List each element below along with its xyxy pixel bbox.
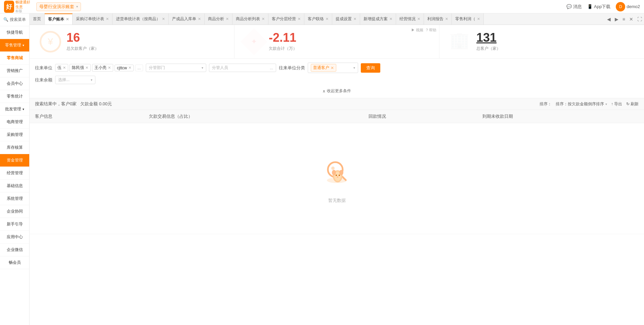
category-filter-select[interactable]: 普通客户 ✕ ▾ xyxy=(308,63,358,73)
sidebar: 🔍 搜索菜单 快捷导航 零售管理 ▾ 零售商城 营销推广 会员中心 零售统计 批… xyxy=(0,13,30,325)
chevron-down-icon: ▾ xyxy=(605,102,607,106)
close-icon[interactable]: ✕ xyxy=(326,17,329,21)
remove-tag-chen[interactable]: ✕ xyxy=(85,66,88,70)
app-download-button[interactable]: 📱 App下载 xyxy=(587,4,610,10)
overdue-customers-label: 总欠款客户（家） xyxy=(67,46,99,51)
tab-customer-contact[interactable]: 客户联络 ✕ xyxy=(304,13,332,25)
sidebar-item-vip[interactable]: 畅会员 xyxy=(0,256,29,269)
tab-commission-settings[interactable]: 提成设置 ✕ xyxy=(332,13,360,25)
remove-category-tag[interactable]: ✕ xyxy=(331,66,334,70)
logo-icon: 好 xyxy=(4,1,14,13)
col-overdue-info: 欠款交易信息（占比） xyxy=(143,110,363,123)
svg-point-10 xyxy=(337,177,338,177)
tab-profit-report[interactable]: 利润报告 ✕ xyxy=(424,13,452,25)
svg-point-7 xyxy=(339,170,343,175)
sidebar-item-quick-nav[interactable]: 快捷导航 xyxy=(0,26,29,39)
sidebar-item-inventory[interactable]: 库存核算 xyxy=(0,141,29,154)
filter-area: 往来单位 伍 ✕ 陈民强 ✕ 王小亮 ✕ xyxy=(30,59,644,98)
sidebar-item-newbie[interactable]: 新手引导 xyxy=(0,218,29,231)
person-filter-input[interactable]: 分管人员 ... xyxy=(209,64,276,72)
close-icon[interactable]: ✕ xyxy=(198,17,201,21)
tab-home[interactable]: 首页 xyxy=(30,13,45,25)
stat-block-overdue-amount: ✦ -2.11 欠款合计（万） ▶ 视频 ? 帮助 xyxy=(234,25,439,58)
sidebar-item-purchase[interactable]: 采购管理 xyxy=(0,129,29,141)
tab-goods-analysis[interactable]: 商品分析 ✕ xyxy=(205,13,232,25)
export-button[interactable]: ↑ 导出 xyxy=(611,101,622,107)
sidebar-item-system[interactable]: 系统管理 xyxy=(0,192,29,205)
close-icon[interactable]: ✕ xyxy=(445,17,448,21)
customer-tag: 普通客户 ✕ xyxy=(311,64,336,72)
total-customers-number: 131 xyxy=(476,32,501,44)
filter-tag-wang: 王小亮 ✕ xyxy=(92,64,113,72)
sidebar-item-app-center[interactable]: 应用中心 xyxy=(0,231,29,244)
tab-next-button[interactable]: ▶ xyxy=(613,13,620,25)
close-icon[interactable]: ✕ xyxy=(353,17,356,21)
empty-icon xyxy=(320,153,354,193)
close-icon[interactable]: ✕ xyxy=(389,17,392,21)
close-icon[interactable]: ✕ xyxy=(162,17,165,21)
svg-point-9 xyxy=(339,175,340,176)
tab-goods-analysis-list[interactable]: 商品分析列表 ✕ xyxy=(232,13,268,25)
close-icon[interactable]: ✕ xyxy=(106,17,109,21)
filter-tag-more[interactable]: ... xyxy=(135,65,143,71)
tab-fullscreen-button[interactable]: ⛶ xyxy=(635,13,644,25)
tab-customer-ledger[interactable]: 客户账本 ✕ xyxy=(45,13,73,25)
sidebar-item-wechat[interactable]: 企业微信 xyxy=(0,244,29,256)
close-icon[interactable]: ✕ xyxy=(477,17,480,21)
sidebar-item-operations[interactable]: 经营管理 xyxy=(0,167,29,180)
top-right: 💬 消息 📱 App下载 D demo2 xyxy=(566,2,640,11)
chevron-down-icon: ▾ xyxy=(23,107,24,111)
more-icon[interactable]: ... xyxy=(270,66,273,70)
refresh-button[interactable]: ↻ 刷新 xyxy=(626,101,639,107)
tab-new-commission[interactable]: 新增提成方案 ✕ xyxy=(360,13,396,25)
remove-tag-cjttcw[interactable]: ✕ xyxy=(128,66,131,70)
sidebar-item-finance[interactable]: 资金管理 xyxy=(0,154,29,167)
sidebar-search[interactable]: 🔍 搜索菜单 xyxy=(0,13,29,26)
user-avatar[interactable]: D demo2 xyxy=(616,2,640,11)
tab-close-all-button[interactable]: ✕ xyxy=(627,13,635,25)
remove-tag-wang[interactable]: ✕ xyxy=(108,66,111,70)
filter-tag-chen: 陈民强 ✕ xyxy=(70,64,91,72)
sort-select[interactable]: 排序：按欠款金额倒序排序 ▾ xyxy=(556,101,607,107)
unit-filter-label: 往来单位 xyxy=(35,65,52,71)
sidebar-item-wholesale[interactable]: 批发管理 ▾ xyxy=(0,103,29,116)
table-header-row: 客户信息 欠款交易信息（占比） 回款情况 到期未收款日期 xyxy=(30,110,644,123)
tab-more-button[interactable]: ≡ xyxy=(620,13,627,25)
help-button[interactable]: ? 帮助 xyxy=(426,28,436,33)
stat-icon-2: ✦ xyxy=(245,32,263,51)
messages-button[interactable]: 💬 消息 xyxy=(566,4,582,10)
video-button[interactable]: ▶ 视频 xyxy=(411,28,423,33)
sidebar-item-basic-info[interactable]: 基础信息 xyxy=(0,180,29,192)
industry-selector[interactable]: 母婴行业演示账套 ▾ xyxy=(36,2,81,11)
filter-tag-cjttcw: cjttcw ✕ xyxy=(115,65,134,71)
close-icon[interactable]: ✕ xyxy=(226,17,229,21)
svg-point-3 xyxy=(331,167,335,170)
balance-filter-select[interactable]: 选择... ▾ xyxy=(55,76,95,84)
sidebar-item-marketing[interactable]: 营销推广 xyxy=(0,65,29,77)
remove-tag-wu[interactable]: ✕ xyxy=(63,66,66,70)
export-icon: ↑ xyxy=(611,102,613,106)
chevron-down-icon: ▾ xyxy=(353,66,355,70)
query-button[interactable]: 查询 xyxy=(361,63,380,73)
tab-nav-buttons: ◀ ▶ ≡ ✕ ⛶ xyxy=(605,13,644,25)
sidebar-item-retail-mgmt[interactable]: 零售管理 ▾ xyxy=(0,39,29,52)
tab-business[interactable]: 经营情况 ✕ xyxy=(396,13,424,25)
close-icon[interactable]: ✕ xyxy=(298,17,301,21)
empty-row: 暂无数据 xyxy=(30,123,644,234)
close-icon[interactable]: ✕ xyxy=(417,17,420,21)
sidebar-item-member[interactable]: 会员中心 xyxy=(0,77,29,90)
tab-customer-tier[interactable]: 客户分层经营 ✕ xyxy=(268,13,304,25)
sidebar-item-ecommerce[interactable]: 电商管理 xyxy=(0,116,29,129)
dept-filter-select[interactable]: 分管部门 ▾ xyxy=(146,64,206,72)
sidebar-item-enterprise[interactable]: 企业协同 xyxy=(0,205,29,218)
collapse-filters-button[interactable]: ∧ 收起更多条件 xyxy=(35,87,639,97)
close-icon[interactable]: ✕ xyxy=(262,17,265,21)
sidebar-item-retail-stats[interactable]: 零售统计 xyxy=(0,90,29,103)
sidebar-item-retail-mall[interactable]: 零售商城 xyxy=(0,52,29,65)
tab-production[interactable]: 产成品入库单 ✕ xyxy=(169,13,205,25)
close-icon[interactable]: ✕ xyxy=(66,17,69,22)
tab-purchase-stats[interactable]: 采购订单统计表 ✕ xyxy=(73,13,113,25)
tab-goods-stats[interactable]: 进货单统计表（按商品） ✕ xyxy=(113,13,169,25)
tab-prev-button[interactable]: ◀ xyxy=(605,13,613,25)
tab-retail-profit[interactable]: 零售利润（ ✕ xyxy=(452,13,484,25)
